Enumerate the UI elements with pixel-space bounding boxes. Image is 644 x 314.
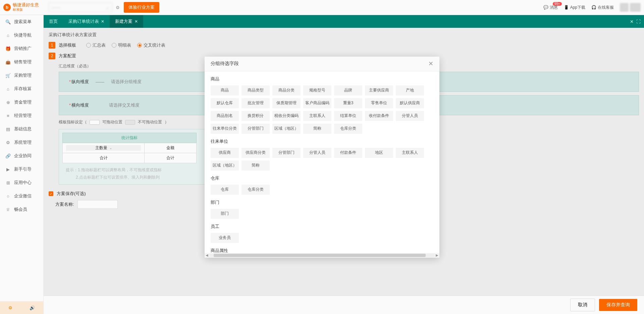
field-pill-1-4[interactable]: 付款条件 <box>334 148 362 158</box>
field-pill-0-8[interactable]: 批次管理 <box>241 98 270 108</box>
field-pill-0-22[interactable]: 分管部门 <box>241 124 270 134</box>
modal-close-icon[interactable]: ✕ <box>428 60 433 67</box>
field-pill-0-18[interactable]: 结算单位 <box>334 111 362 121</box>
field-pill-0-23[interactable]: 区域（地区） <box>272 124 301 134</box>
field-pill-2-1[interactable]: 仓库分类 <box>241 185 270 195</box>
field-pill-0-3[interactable]: 规格型号 <box>303 85 331 96</box>
field-pill-0-7[interactable]: 默认仓库 <box>211 98 239 108</box>
field-pill-1-1[interactable]: 供应商分类 <box>241 148 270 158</box>
field-pill-0-0[interactable]: 商品 <box>211 85 239 96</box>
field-pill-1-5[interactable]: 地区 <box>365 148 393 158</box>
field-pill-0-6[interactable]: 产地 <box>396 85 424 96</box>
field-pill-1-7[interactable]: 区域（地区） <box>211 161 239 171</box>
field-pill-0-17[interactable]: 主联系人 <box>303 111 331 121</box>
field-pill-0-11[interactable]: 重量3 <box>334 98 362 108</box>
modal-header: 分组待选字段 ✕ <box>205 57 439 71</box>
field-select-modal: 分组待选字段 ✕ 商品商品商品类型商品分类规格型号品牌主要供应商产地默认仓库批次… <box>205 57 439 258</box>
field-group-title: 商品属性 <box>211 248 433 253</box>
field-pill-0-16[interactable]: 税收分类编码 <box>272 111 301 121</box>
field-pill-0-20[interactable]: 分管人员 <box>396 111 424 121</box>
field-pills: 仓库仓库分类 <box>211 185 433 195</box>
field-group-4: 员工业务员 <box>211 224 433 243</box>
field-pill-3-0[interactable]: 部门 <box>211 209 239 219</box>
field-pill-1-6[interactable]: 主联系人 <box>396 148 424 158</box>
field-pill-0-12[interactable]: 零售单位 <box>365 98 393 108</box>
field-pill-0-2[interactable]: 商品分类 <box>272 85 301 96</box>
modal-title: 分组待选字段 <box>211 61 239 67</box>
hscroll-right-icon[interactable]: ▶ <box>435 253 439 257</box>
field-group-title: 往来单位 <box>211 138 433 144</box>
field-pills: 供应商供应商分类分管部门分管人员付款条件地区主联系人区域（地区）简称 <box>211 148 433 171</box>
hscroll-thumb[interactable] <box>214 254 426 257</box>
field-pill-0-13[interactable]: 默认供应商 <box>396 98 424 108</box>
field-pill-0-19[interactable]: 收付款条件 <box>365 111 393 121</box>
field-group-0: 商品商品商品类型商品分类规格型号品牌主要供应商产地默认仓库批次管理保质期管理客户… <box>211 76 433 134</box>
field-pill-0-24[interactable]: 简称 <box>303 124 331 134</box>
field-pill-0-4[interactable]: 品牌 <box>334 85 362 96</box>
field-pills: 业务员 <box>211 233 433 243</box>
field-pill-1-2[interactable]: 分管部门 <box>272 148 301 158</box>
field-pill-0-9[interactable]: 保质期管理 <box>272 98 301 108</box>
field-pill-0-15[interactable]: 换货积分 <box>241 111 270 121</box>
field-group-3: 部门部门 <box>211 199 433 219</box>
field-pill-0-14[interactable]: 商品别名 <box>211 111 239 121</box>
field-pill-1-3[interactable]: 分管人员 <box>303 148 331 158</box>
modal-hscroll[interactable]: ◀ ▶ <box>205 253 439 258</box>
field-pill-0-25[interactable]: 仓库分类 <box>334 124 362 134</box>
field-group-title: 仓库 <box>211 175 433 181</box>
field-pill-0-1[interactable]: 商品类型 <box>241 85 270 96</box>
field-group-title: 商品 <box>211 76 433 82</box>
field-pills: 部门 <box>211 209 433 219</box>
field-pill-0-10[interactable]: 客户商品编码 <box>303 98 331 108</box>
field-pill-1-8[interactable]: 简称 <box>241 161 270 171</box>
field-pill-4-0[interactable]: 业务员 <box>211 233 239 243</box>
field-pills: 商品商品类型商品分类规格型号品牌主要供应商产地默认仓库批次管理保质期管理客户商品… <box>211 85 433 134</box>
field-group-title: 员工 <box>211 224 433 230</box>
hscroll-left-icon[interactable]: ◀ <box>205 253 209 257</box>
modal-body: 商品商品商品类型商品分类规格型号品牌主要供应商产地默认仓库批次管理保质期管理客户… <box>205 71 439 253</box>
field-group-2: 仓库仓库仓库分类 <box>211 175 433 195</box>
field-pill-1-0[interactable]: 供应商 <box>211 148 239 158</box>
hscroll-track[interactable] <box>209 254 435 257</box>
field-group-1: 往来单位供应商供应商分类分管部门分管人员付款条件地区主联系人区域（地区）简称 <box>211 138 433 171</box>
field-pill-0-21[interactable]: 往来单位分类 <box>211 124 239 134</box>
field-group-5: 商品属性属性颜色多规格尺码鞋码1 <box>211 248 433 253</box>
field-pill-0-5[interactable]: 主要供应商 <box>365 85 393 96</box>
field-pill-2-0[interactable]: 仓库 <box>211 185 239 195</box>
field-group-title: 部门 <box>211 199 433 205</box>
